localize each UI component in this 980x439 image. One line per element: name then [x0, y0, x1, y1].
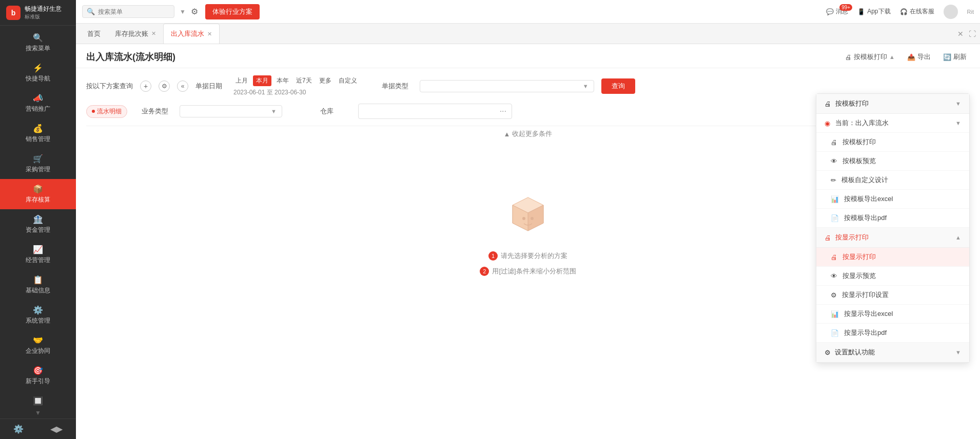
type-filter-select[interactable]: ▼: [420, 80, 594, 92]
sidebar-item-search[interactable]: 🔍 搜索菜单: [0, 28, 76, 58]
disp-pdf-icon: 📄: [831, 329, 839, 337]
sidebar-item-guide[interactable]: 🎯 新手引导: [0, 361, 76, 391]
topbar-online-service[interactable]: 🎧 在线客服: [900, 7, 934, 16]
tpl-print-icon: 🖨: [831, 138, 837, 146]
sidebar-item-purchase[interactable]: 🛒 采购管理: [0, 149, 76, 179]
date-option-last-month[interactable]: 上月: [233, 75, 250, 86]
sidebar-item-quicknav[interactable]: ⚡ 快捷导航: [0, 58, 76, 88]
dropdown-display-preview-item[interactable]: 👁 按显示预览: [816, 267, 969, 286]
settings-bottom-icon[interactable]: ⚙️: [13, 424, 24, 434]
dropdown-template-print-item[interactable]: 🖨 按模板打印: [816, 133, 969, 152]
dropdown-default-settings-header[interactable]: ⚙ 设置默认功能 ▼: [816, 343, 969, 363]
warehouse-input[interactable]: ···: [358, 104, 512, 119]
type-filter-chevron: ▼: [583, 83, 589, 89]
hint-num-1: 1: [488, 251, 498, 261]
type-label: 单据类型: [382, 82, 413, 91]
topbar-search-input[interactable]: [98, 8, 165, 15]
tab-inventory-batch-label: 库存批次账: [115, 29, 148, 38]
empty-state-icon: [502, 190, 554, 241]
filter-settings-btn[interactable]: ⚙: [159, 81, 170, 92]
dropdown-template-excel-item[interactable]: 📊 按模板导出excel: [816, 190, 969, 209]
user-name-display: Rit: [967, 9, 974, 15]
query-btn[interactable]: 查询: [601, 78, 635, 94]
search-icon: 🔍: [33, 33, 43, 43]
sidebar-item-collab[interactable]: 🤝 企业协同: [0, 330, 76, 361]
sidebar-item-finance[interactable]: 🏦 资金管理: [0, 209, 76, 240]
sidebar-item-quicknav-label: 快捷导航: [26, 74, 50, 83]
trial-btn[interactable]: 体验行业方案: [205, 4, 260, 19]
sidebar-item-operations[interactable]: 📈 经营管理: [0, 240, 76, 270]
sidebar-item-search-label: 搜索菜单: [26, 44, 50, 53]
service-icon: 🎧: [900, 8, 908, 15]
display-print-section-icon: 🖨: [825, 234, 831, 242]
dropdown-template-design-item[interactable]: ✏ 模板自定义设计: [816, 171, 969, 190]
page-actions: 🖨 按模板打印 ▲ 📤 导出 🔄 刷新: [842, 50, 970, 64]
tab-stock-flow-close[interactable]: ✕: [207, 31, 212, 37]
sidebar-item-purchase-label: 采购管理: [26, 165, 50, 174]
hint-text-1: 请先选择要分析的方案: [501, 249, 567, 263]
tag-dot-icon: [92, 110, 95, 113]
sidebar-item-inventory[interactable]: 📦 库存核算: [0, 179, 76, 209]
export-btn[interactable]: 📤 导出: [904, 50, 934, 64]
guide-icon: 🎯: [33, 366, 43, 375]
date-option-this-year[interactable]: 本年: [275, 75, 291, 86]
dropdown-display-print-item[interactable]: 🖨 按显示打印: [816, 248, 969, 267]
filter-add-btn[interactable]: +: [140, 81, 151, 92]
date-range-display: 2023-06-01 至 2023-06-30: [233, 88, 359, 97]
filter-scheme-label: 按以下方案查询: [86, 82, 133, 91]
dropdown-display-pdf-item[interactable]: 📄 按显示导出pdf: [816, 324, 969, 343]
sidebar-item-basic[interactable]: 📋 基础信息: [0, 270, 76, 300]
tab-inventory-batch-close[interactable]: ✕: [151, 30, 156, 37]
tab-inventory-batch[interactable]: 库存批次账 ✕: [108, 24, 163, 44]
tabs-bar: 首页 库存批次账 ✕ 出入库流水 ✕ ✕ ⛶: [76, 24, 980, 44]
sidebar-item-marketing-label: 营销推广: [26, 105, 50, 113]
sidebar-item-guide-label: 新手引导: [26, 377, 50, 386]
warehouse-more-icon[interactable]: ···: [500, 107, 506, 116]
user-avatar[interactable]: [944, 5, 958, 19]
tag-flow-detail[interactable]: 流水明细: [86, 105, 127, 118]
print-chevron-icon: ▲: [889, 54, 895, 60]
dropdown-display-print-header[interactable]: 🖨 按显示打印 ▲: [816, 228, 969, 248]
print-dropdown-panel: 🖨 按模板打印 ▼ ◉ 当前：出入库流水 ▼ 🖨 按模板打印 👁 按模板预览: [816, 93, 970, 363]
topbar-search-box[interactable]: 🔍: [82, 5, 174, 18]
sidebar-item-collab-label: 企业协同: [26, 347, 50, 355]
tab-stock-flow[interactable]: 出入库流水 ✕: [163, 24, 220, 44]
tab-home[interactable]: 首页: [80, 24, 108, 44]
topbar-app-download[interactable]: 📱 App下载: [857, 7, 890, 16]
sidebar-item-sales[interactable]: 💰 销售管理: [0, 118, 76, 149]
sidebar-item-appstore[interactable]: 🔲 应用中心: [0, 391, 76, 407]
window-expand-icon[interactable]: ⛶: [969, 30, 976, 38]
date-option-more[interactable]: 更多: [317, 75, 334, 86]
topbar-settings-icon[interactable]: ⚙: [191, 7, 198, 16]
date-option-7days[interactable]: 近7天: [294, 75, 314, 86]
message-icon: 💬: [826, 8, 834, 15]
biz-type-select[interactable]: ▼: [180, 105, 282, 117]
filter-collapse-btn[interactable]: «: [177, 81, 188, 92]
tag-label: 流水明细: [97, 107, 122, 116]
page-content: 出入库流水(流水明细) 🖨 按模板打印 ▲ 📤 导出 🔄 刷新: [76, 44, 980, 439]
tpl-design-icon: ✏: [831, 176, 836, 184]
tab-stock-flow-label: 出入库流水: [171, 29, 204, 38]
dropdown-template-preview-item[interactable]: 👁 按模板预览: [816, 152, 969, 171]
print-template-btn[interactable]: 🖨 按模板打印 ▲: [842, 50, 898, 64]
marketing-icon: 📣: [33, 93, 43, 103]
topbar-messages[interactable]: 💬 消息 99+: [826, 7, 848, 16]
sidebar-item-marketing[interactable]: 📣 营销推广: [0, 88, 76, 118]
sidebar-item-system[interactable]: ⚙️ 系统管理: [0, 300, 76, 330]
warehouse-label: 仓库: [320, 107, 351, 116]
dropdown-display-settings-item[interactable]: ⚙ 按显示打印设置: [816, 286, 969, 305]
date-option-this-month[interactable]: 本月: [253, 75, 271, 86]
topbar-chevron-icon[interactable]: ▼: [180, 8, 186, 15]
dropdown-display-excel-item[interactable]: 📊 按显示导出excel: [816, 305, 969, 324]
refresh-btn[interactable]: 🔄 刷新: [940, 50, 970, 64]
collapse-sidebar-icon[interactable]: ◀▶: [50, 424, 63, 434]
dropdown-template-pdf-item[interactable]: 📄 按模板导出pdf: [816, 209, 969, 228]
dropdown-current-template[interactable]: ◉ 当前：出入库流水 ▼: [816, 114, 969, 133]
dropdown-template-print-header[interactable]: 🖨 按模板打印 ▼: [816, 94, 969, 114]
sidebar-scroll-down[interactable]: ▼: [0, 407, 76, 418]
sidebar: b 畅捷通好生意 标准版 🔍 搜索菜单 ⚡ 快捷导航 📣 营销推广 💰 销售管理…: [0, 0, 76, 439]
print-icon: 🖨: [845, 53, 852, 61]
window-close-icon[interactable]: ✕: [957, 30, 964, 38]
date-option-custom[interactable]: 自定义: [337, 75, 359, 86]
sales-icon: 💰: [33, 124, 43, 133]
